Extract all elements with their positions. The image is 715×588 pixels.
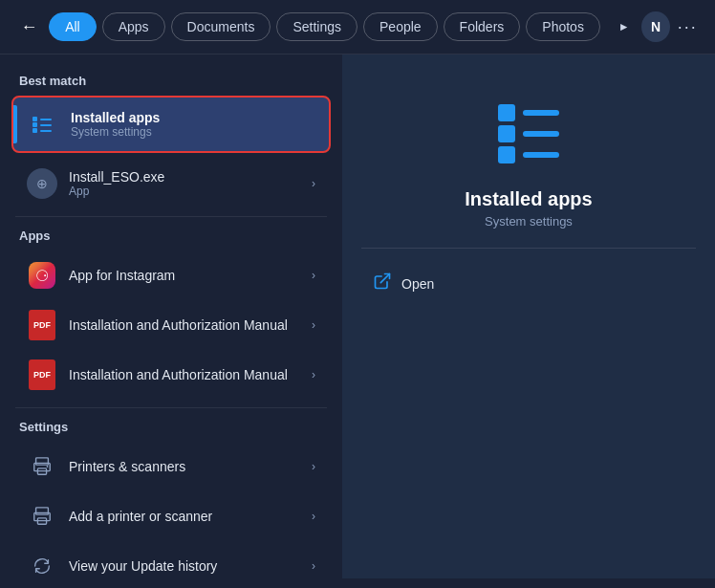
add-printer-item[interactable]: Add a printer or scanner › bbox=[8, 491, 335, 541]
best-match-text: Installed apps System settings bbox=[71, 110, 317, 139]
svg-rect-3 bbox=[40, 119, 52, 120]
best-match-subtitle: System settings bbox=[71, 125, 317, 139]
installed-apps-large-icon bbox=[490, 93, 567, 169]
main-content: Best match Installed apps System setting… bbox=[0, 54, 715, 578]
chevron-icon: › bbox=[312, 510, 315, 523]
right-title: Installed apps bbox=[465, 188, 592, 210]
tab-settings[interactable]: Settings bbox=[276, 12, 358, 41]
left-panel: Best match Installed apps System setting… bbox=[0, 54, 342, 578]
update-history-icon bbox=[27, 551, 57, 578]
open-icon bbox=[373, 272, 392, 295]
update-history-text: View your Update history bbox=[69, 558, 300, 574]
manual-1-title: Installation and Authorization Manual bbox=[69, 317, 300, 333]
printer-icon bbox=[27, 451, 57, 482]
add-printer-text: Add a printer or scanner bbox=[69, 509, 300, 524]
open-button[interactable]: Open bbox=[361, 264, 696, 303]
tab-photos[interactable]: Photos bbox=[526, 12, 600, 41]
red-doc-icon: PDF bbox=[29, 310, 55, 340]
svg-rect-18 bbox=[523, 152, 559, 158]
tab-people[interactable]: People bbox=[363, 12, 438, 41]
pdf-icon-1: PDF bbox=[27, 310, 57, 340]
more-button[interactable]: ··· bbox=[676, 13, 700, 40]
refresh-icon-wrap bbox=[27, 551, 57, 578]
chevron-icon: › bbox=[312, 368, 315, 381]
install-eso-icon: ⊕ bbox=[27, 168, 57, 199]
instagram-title: App for Instagram bbox=[69, 268, 300, 283]
manual-item-2[interactable]: PDF Installation and Authorization Manua… bbox=[8, 350, 335, 400]
install-eso-text: Install_ESO.exe App bbox=[69, 169, 300, 198]
tab-documents[interactable]: Documents bbox=[171, 12, 271, 41]
svg-rect-1 bbox=[32, 122, 37, 127]
top-bar: ← All Apps Documents Settings People Fol… bbox=[0, 0, 715, 54]
svg-rect-4 bbox=[40, 124, 52, 126]
right-icon-area bbox=[490, 93, 567, 173]
svg-rect-10 bbox=[36, 508, 49, 514]
right-divider bbox=[361, 248, 696, 249]
settings-section-label: Settings bbox=[0, 416, 342, 442]
chevron-icon: › bbox=[312, 559, 315, 573]
tab-all[interactable]: All bbox=[49, 12, 97, 41]
svg-rect-14 bbox=[498, 125, 515, 142]
divider-2 bbox=[15, 407, 327, 408]
back-button[interactable]: ← bbox=[15, 11, 43, 42]
open-label: Open bbox=[401, 276, 434, 292]
instagram-text: App for Instagram bbox=[69, 268, 300, 283]
add-printer-icon-wrap bbox=[27, 501, 57, 532]
add-printer-icon bbox=[27, 501, 57, 532]
tab-folders[interactable]: Folders bbox=[444, 12, 521, 41]
best-match-title: Installed apps bbox=[71, 110, 317, 125]
red-doc-icon-2: PDF bbox=[29, 359, 55, 390]
chevron-icon: › bbox=[312, 318, 315, 332]
pdf-icon-2: PDF bbox=[27, 359, 57, 390]
update-history-title: View your Update history bbox=[69, 558, 300, 574]
app-instagram-item[interactable]: ⚆ App for Instagram › bbox=[8, 250, 335, 300]
manual-item-1[interactable]: PDF Installation and Authorization Manua… bbox=[8, 300, 335, 350]
play-icon[interactable]: ► bbox=[612, 13, 636, 40]
svg-rect-13 bbox=[498, 104, 515, 121]
svg-rect-15 bbox=[498, 146, 515, 163]
chevron-icon: › bbox=[312, 460, 315, 473]
tab-apps[interactable]: Apps bbox=[102, 12, 165, 41]
printer-icon-wrap bbox=[27, 451, 57, 482]
apps-section-label: Apps bbox=[0, 225, 342, 250]
install-eso-item[interactable]: ⊕ Install_ESO.exe App › bbox=[8, 159, 335, 208]
printers-title: Printers & scanners bbox=[69, 459, 300, 474]
manual-1-text: Installation and Authorization Manual bbox=[69, 317, 300, 333]
printers-item[interactable]: Printers & scanners › bbox=[8, 442, 335, 491]
best-match-item[interactable]: Installed apps System settings bbox=[11, 96, 331, 153]
divider-1 bbox=[15, 216, 327, 217]
avatar[interactable]: N bbox=[641, 11, 669, 42]
printers-text: Printers & scanners bbox=[69, 459, 300, 474]
update-history-item[interactable]: View your Update history › bbox=[8, 541, 335, 578]
svg-rect-16 bbox=[523, 110, 559, 116]
svg-rect-17 bbox=[523, 131, 559, 137]
manual-2-title: Installation and Authorization Manual bbox=[69, 367, 300, 382]
add-printer-title: Add a printer or scanner bbox=[69, 509, 300, 524]
install-eso-subtitle: App bbox=[69, 185, 300, 198]
chevron-icon: › bbox=[312, 177, 315, 190]
best-match-label: Best match bbox=[0, 70, 342, 96]
svg-line-19 bbox=[380, 274, 389, 283]
instagram-icon: ⚆ bbox=[27, 260, 57, 291]
installed-apps-icon bbox=[25, 107, 59, 142]
manual-2-text: Installation and Authorization Manual bbox=[69, 367, 300, 382]
right-panel: Installed apps System settings Open bbox=[342, 54, 715, 578]
install-eso-title: Install_ESO.exe bbox=[69, 169, 300, 185]
right-subtitle: System settings bbox=[485, 214, 573, 229]
svg-rect-5 bbox=[40, 130, 52, 132]
svg-rect-2 bbox=[32, 128, 37, 133]
chevron-icon: › bbox=[312, 269, 315, 282]
svg-point-9 bbox=[47, 466, 49, 468]
svg-rect-0 bbox=[32, 117, 37, 121]
svg-rect-6 bbox=[36, 458, 49, 465]
circle-icon: ⊕ bbox=[27, 168, 57, 199]
